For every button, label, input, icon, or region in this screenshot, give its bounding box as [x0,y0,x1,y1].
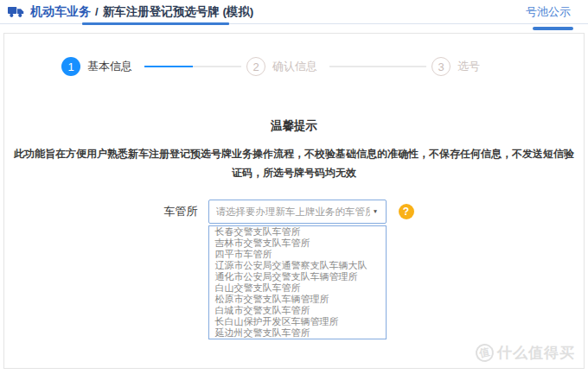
help-icon[interactable]: ? [399,204,414,219]
notice-title: 温馨提示 [4,118,584,134]
smzdm-badge-icon: 值 [474,342,495,364]
breadcrumb-motor-vehicle[interactable]: 机动车业务 [30,4,91,20]
step-3-label: 选号 [457,59,480,74]
dropdown-option[interactable]: 松原市交警支队车辆管理所 [209,294,386,305]
dropdown-option[interactable]: 延边州交警支队车管所 [209,327,386,339]
step-confirm-info: 2 确认信息 [246,57,324,76]
notice-body: 此功能旨在方便用户熟悉新车注册登记预选号牌业务操作流程，不校验基础信息的准确性，… [4,144,584,182]
step-1-circle: 1 [61,57,80,76]
number-pool-link[interactable]: 号池公示 [526,4,571,20]
office-dropdown: 长春交警支队车管所吉林市交警支队车管所四平市车管所辽源市公安局交通警察支队车辆大… [208,225,387,339]
office-form-row: 车管所 请选择要办理新车上牌业务的车管所 ▼ 长春交警支队车管所吉林市交警支队车… [0,200,578,224]
dropdown-option[interactable]: 白城市交警支队车管所 [209,305,386,316]
chevron-down-icon: ▼ [372,208,378,215]
dropdown-option[interactable]: 通化市公安局交警支队车辆管理所 [209,271,386,282]
page: 机动车业务 / 新车注册登记预选号牌 (模拟) 号池公示 1 基本信息 2 确认… [0,0,588,374]
step-connector-1 [144,66,241,67]
watermark: 值 什么值得买 [476,343,575,363]
step-basic-info: 1 基本信息 [61,57,139,76]
dropdown-option[interactable]: 四平市车管所 [209,249,386,260]
stepper: 1 基本信息 2 确认信息 3 选号 [4,57,584,76]
active-tab-underline [82,22,229,25]
header: 机动车业务 / 新车注册登记预选号牌 (模拟) 号池公示 [0,0,588,24]
step-select-number: 3 选号 [431,57,487,76]
step-2-label: 确认信息 [272,59,317,74]
office-select-wrap: 请选择要办理新车上牌业务的车管所 ▼ 长春交警支队车管所吉林市交警支队车管所四平… [208,200,387,224]
dropdown-option[interactable]: 白山交警支队车管所 [209,282,386,294]
dropdown-option[interactable]: 长春交警支队车管所 [209,226,386,238]
breadcrumb-current-page: 新车注册登记预选号牌 (模拟) [103,4,254,20]
dropdown-option[interactable]: 辽源市公安局交通警察支队车辆大队 [209,260,386,271]
dropdown-option[interactable]: 吉林市交警支队车管所 [209,238,386,249]
step-3-circle: 3 [431,57,451,76]
step-2-circle: 2 [246,57,265,76]
office-label: 车管所 [164,204,198,219]
truck-icon [8,5,24,18]
scrollbar-thumb[interactable] [533,27,573,30]
breadcrumb-separator: / [95,5,99,18]
office-select-placeholder: 请选择要办理新车上牌业务的车管所 [216,206,370,219]
step-1-label: 基本信息 [87,59,132,74]
dropdown-option[interactable]: 长白山保护开发区车辆管理所 [209,316,386,327]
main-panel: 1 基本信息 2 确认信息 3 选号 温馨提示 此功能旨在方便用户熟悉新车注册登… [3,33,585,369]
office-select[interactable]: 请选择要办理新车上牌业务的车管所 ▼ [208,200,387,224]
watermark-text: 什么值得买 [497,343,575,363]
step-connector-2 [329,66,426,67]
